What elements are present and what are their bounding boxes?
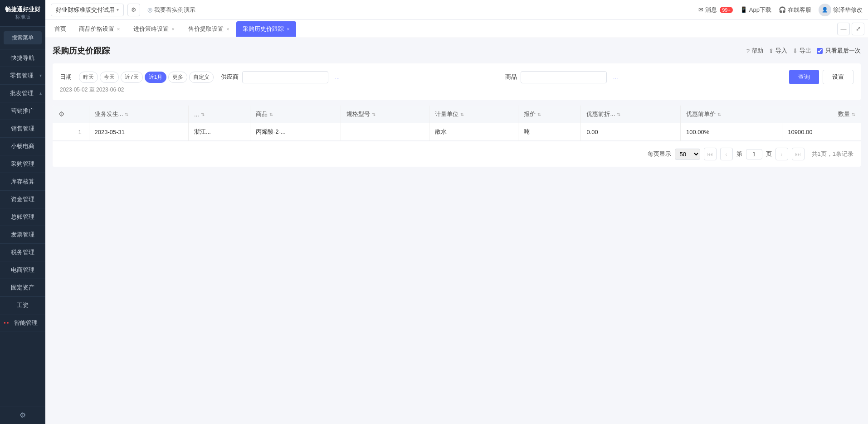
- online-service-button[interactable]: 🎧 在线客服: [779, 6, 811, 14]
- tab-price-close-icon[interactable]: ×: [117, 26, 120, 32]
- goods-more-btn[interactable]: ...: [610, 73, 621, 82]
- tab-strategy[interactable]: 进价策略设置 ×: [127, 21, 180, 37]
- tab-sale-close-icon[interactable]: ×: [226, 26, 229, 32]
- tab-history-close-icon[interactable]: ×: [287, 26, 289, 32]
- logo-main-text: 畅捷通好业财: [4, 5, 42, 14]
- marketing-label: 营销推广: [4, 107, 42, 115]
- sidebar-item-tax[interactable]: 税务管理: [0, 244, 45, 261]
- spec-sort-icon: ⇅: [372, 112, 375, 117]
- per-page-select[interactable]: 50 20 100: [675, 149, 700, 160]
- inventory-label: 库存核算: [4, 178, 42, 186]
- export-button[interactable]: ⇩ 导出: [793, 47, 811, 55]
- settings-filter-button[interactable]: 设置: [823, 70, 853, 84]
- search-menu-button[interactable]: 搜索菜单: [4, 31, 42, 44]
- expand-icon: ⤢: [856, 25, 861, 32]
- tabs-expand-button[interactable]: ⤢: [852, 23, 864, 35]
- row-goods-cell: 丙烯酸-2-...: [250, 123, 341, 141]
- col-goods-header[interactable]: 商品 ⇅: [250, 106, 341, 123]
- goods-label: 商品: [505, 73, 517, 81]
- last-only-control[interactable]: 只看最后一次: [817, 47, 861, 55]
- col-unit-price-header[interactable]: 优惠前单价 ⇅: [681, 106, 782, 123]
- goods-input[interactable]: [521, 71, 607, 83]
- sidebar-settings-icon[interactable]: ⚙: [20, 411, 26, 419]
- tab-price[interactable]: 商品价格设置 ×: [73, 21, 126, 37]
- messages-button[interactable]: ✉ 消息 99+: [698, 6, 733, 14]
- sidebar-item-assets[interactable]: 固定资产: [0, 279, 45, 297]
- minimize-icon: —: [841, 25, 847, 32]
- date-more-btn[interactable]: 更多: [168, 72, 187, 83]
- supplier-more-btn[interactable]: ...: [332, 73, 342, 82]
- date-filters: 昨天 今天 近7天 近1月 更多 自定义: [79, 72, 214, 83]
- import-button[interactable]: ⇧ 导入: [769, 47, 787, 55]
- quick-nav-label: 快捷导航: [4, 54, 42, 62]
- col-spec-header[interactable]: 规格型号 ⇅: [341, 106, 429, 123]
- date-1month-btn[interactable]: 近1月: [145, 72, 167, 83]
- sidebar-item-inventory[interactable]: 库存核算: [0, 173, 45, 191]
- app-download-button[interactable]: 📱 App下载: [740, 6, 771, 14]
- date-yesterday-btn[interactable]: 昨天: [79, 72, 98, 83]
- sidebar-item-retail[interactable]: 零售管理 ▾: [0, 67, 45, 85]
- sidebar-item-ecommerce[interactable]: 电商管理: [0, 261, 45, 279]
- tabs-minimize-button[interactable]: —: [837, 23, 850, 35]
- tab-strategy-close-icon[interactable]: ×: [171, 26, 174, 32]
- sidebar: 畅捷通好业财 标准版 搜索菜单 快捷导航 零售管理 ▾ 批发管理 ▴ 营销推广 …: [0, 0, 45, 424]
- table-body: 1 2023-05-31 浙江... 丙烯酸-2-... 散水 吨 0.00 1…: [53, 123, 861, 141]
- col-quantity-header[interactable]: 数量 ⇅: [782, 106, 861, 123]
- supplier-input[interactable]: [242, 71, 328, 83]
- date-sort-icon: ⇅: [125, 112, 128, 117]
- sidebar-item-purchase[interactable]: 采购管理: [0, 155, 45, 173]
- date-range-text: 2023-05-02 至 2023-06-02: [60, 86, 853, 94]
- topbar-right: ✉ 消息 99+ 📱 App下载 🎧 在线客服 👤 徐泽华修改: [698, 4, 863, 16]
- sidebar-item-ecommerce-small[interactable]: 小畅电商: [0, 138, 45, 155]
- per-page-label: 每页显示: [648, 150, 671, 158]
- export-icon: ⇩: [793, 48, 798, 54]
- table-settings-icon[interactable]: ⚙: [59, 110, 64, 118]
- help-button[interactable]: ? 帮助: [746, 47, 763, 55]
- page-unit: 页: [766, 150, 772, 158]
- col-date-header[interactable]: 业务发生... ⇅: [89, 106, 189, 123]
- query-button[interactable]: 查询: [789, 70, 819, 84]
- date-7days-btn[interactable]: 近7天: [121, 72, 143, 83]
- sidebar-item-invoice[interactable]: 发票管理: [0, 226, 45, 244]
- date-custom-btn[interactable]: 自定义: [189, 72, 214, 83]
- pagination-prev-btn[interactable]: ‹: [720, 148, 733, 160]
- pagination-last-btn[interactable]: ⏭: [792, 148, 805, 160]
- last-only-checkbox[interactable]: [817, 48, 823, 54]
- tab-history[interactable]: 采购历史价跟踪 ×: [236, 21, 296, 37]
- user-button[interactable]: 👤 徐泽华修改: [819, 4, 863, 16]
- unit-price-sort-icon: ⇅: [717, 112, 721, 117]
- row-spec-cell: [341, 123, 429, 141]
- messages-label: 消息: [705, 6, 717, 14]
- sidebar-item-sales[interactable]: 销售管理: [0, 120, 45, 138]
- pagination-next-btn[interactable]: ›: [775, 148, 788, 160]
- sidebar-item-finance[interactable]: 资金管理: [0, 191, 45, 208]
- col-discount-header[interactable]: 优惠前折... ⇅: [581, 106, 681, 123]
- version-selector[interactable]: 好业财标准版交付试用 ▾: [51, 4, 124, 16]
- page-title: 采购历史价跟踪: [53, 45, 110, 56]
- sidebar-item-wholesale[interactable]: 批发管理 ▴: [0, 85, 45, 102]
- topbar-settings-button[interactable]: ⚙: [127, 4, 140, 16]
- table-container: ⚙ 业务发生... ⇅ ... ⇅: [53, 106, 861, 167]
- sidebar-item-payroll[interactable]: 工资: [0, 297, 45, 314]
- demo-button[interactable]: ◎ 我要看实例演示: [147, 6, 195, 14]
- sidebar-item-smart[interactable]: ● 智能管理: [0, 314, 45, 332]
- sidebar-item-ledger[interactable]: 总账管理: [0, 208, 45, 226]
- demo-circle-icon: ◎: [147, 6, 152, 13]
- smart-label: 智能管理: [10, 319, 42, 327]
- col-unit-header[interactable]: 计量单位 ⇅: [429, 106, 518, 123]
- date-today-btn[interactable]: 今天: [100, 72, 119, 83]
- export-label: 导出: [800, 47, 811, 55]
- col-extra-header[interactable]: ... ⇅: [189, 106, 250, 123]
- sidebar-item-marketing[interactable]: 营销推广: [0, 102, 45, 120]
- sidebar-search-area[interactable]: 搜索菜单: [0, 27, 45, 49]
- row-discount-cell: 100.00%: [681, 123, 782, 141]
- pagination-first-btn[interactable]: ⏮: [704, 148, 717, 160]
- finance-label: 资金管理: [4, 195, 42, 203]
- filter-row: 日期 昨天 今天 近7天 近1月 更多 自定义 供应商 ... 商品: [60, 70, 853, 84]
- col-price-header[interactable]: 报价 ⇅: [518, 106, 581, 123]
- tab-home[interactable]: 首页: [49, 21, 72, 37]
- tab-sale[interactable]: 售价提取设置 ×: [182, 21, 235, 37]
- sidebar-item-quick-nav[interactable]: 快捷导航: [0, 49, 45, 67]
- main-area: 好业财标准版交付试用 ▾ ⚙ ◎ 我要看实例演示 ✉ 消息 99+ 📱 App下…: [45, 0, 868, 424]
- page-input[interactable]: [746, 149, 762, 159]
